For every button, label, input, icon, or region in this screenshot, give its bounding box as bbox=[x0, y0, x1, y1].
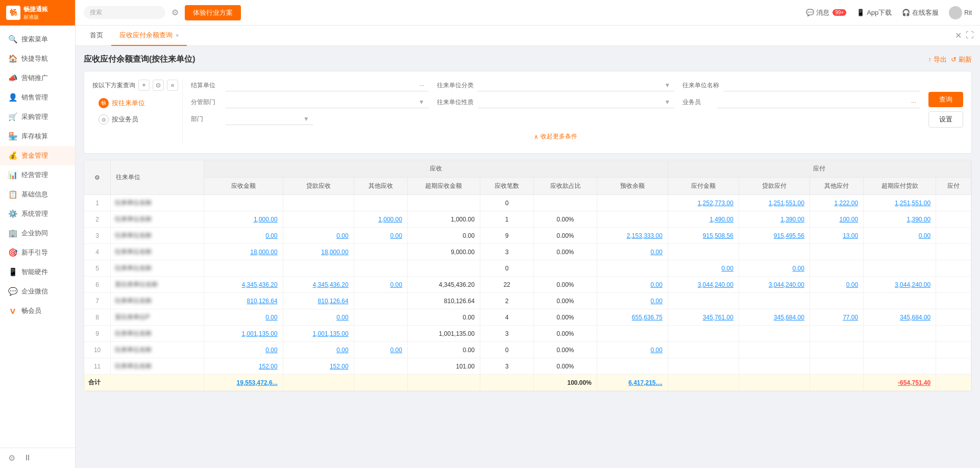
total-prepay[interactable]: 6,417,215.... bbox=[597, 375, 668, 391]
refresh-icon: ↺ bbox=[951, 56, 957, 63]
settings-button[interactable]: 设置 bbox=[928, 111, 963, 128]
query-button[interactable]: 查询 bbox=[928, 92, 963, 107]
filter-row-2: 分管部门 ▼ 往来单位性质 ▼ bbox=[191, 96, 920, 108]
sidebar-label-wechat: 企业微信 bbox=[21, 287, 48, 296]
sidebar-collapse-icon[interactable]: ⏸ bbox=[23, 453, 32, 463]
table-row: 10往来单位名称0.000.000.000.0000.00%0.00 bbox=[84, 342, 971, 358]
filter-settings-btn[interactable]: ⊙ bbox=[153, 80, 164, 91]
sidebar-item-beginner[interactable]: 🎯 新手引导 bbox=[0, 243, 75, 262]
export-button[interactable]: ↑ 导出 bbox=[928, 55, 947, 64]
header-message[interactable]: 💬 消息 99+ bbox=[806, 8, 846, 17]
user-avatar bbox=[949, 6, 962, 19]
department-select[interactable]: ▼ bbox=[226, 113, 313, 125]
tab-maximize-icon[interactable]: ⛶ bbox=[966, 31, 974, 40]
sidebar-item-smarthw[interactable]: 📱 智能硬件 bbox=[0, 262, 75, 282]
sidebar-label-beginner: 新手引导 bbox=[21, 248, 48, 257]
dept-arrow: ▼ bbox=[419, 98, 425, 106]
table-row: 8某往来单位P0.000.000.0040.00%655,636.75345,7… bbox=[84, 309, 971, 326]
header-right: 💬 消息 99+ 📱 App下载 🎧 在线客服 Rit bbox=[806, 6, 972, 19]
filter-nav-by-entity[interactable]: 畅 按往来单位 bbox=[92, 95, 178, 111]
sidebar-label-system: 系统管理 bbox=[21, 209, 48, 218]
header-app-download[interactable]: 📱 App下载 bbox=[856, 8, 892, 17]
th-ap-other: 其他应付 bbox=[810, 178, 863, 195]
entity-name-label: 往来单位名称 bbox=[682, 81, 719, 90]
sidebar-item-search[interactable]: 🔍 搜索菜单 bbox=[0, 30, 75, 49]
header-user[interactable]: Rit bbox=[949, 6, 972, 19]
sidebar: 畅 畅捷通账 标准版 🔍 搜索菜单 🏠 快捷导航 📣 营销推广 👤 销售管理 🛒… bbox=[0, 0, 76, 468]
logo-title: 畅捷通账 bbox=[23, 5, 48, 14]
tab-home[interactable]: 首页 bbox=[82, 26, 111, 46]
sidebar-item-inventory[interactable]: 🏪 库存核算 bbox=[0, 127, 75, 146]
th-ap-extra: 应付 bbox=[936, 178, 971, 195]
sidebar-item-basic[interactable]: 📋 基础信息 bbox=[0, 185, 75, 204]
service-icon: 🎧 bbox=[902, 9, 910, 16]
sidebar-item-sales[interactable]: 👤 销售管理 bbox=[0, 88, 75, 107]
salesperson-input[interactable]: ··· bbox=[717, 96, 920, 108]
department-label: 部门 bbox=[191, 115, 222, 124]
entity-category-arrow: ▼ bbox=[664, 82, 670, 89]
th-prepay: 预收余额 bbox=[597, 178, 668, 195]
sidebar-label-marketing: 营销推广 bbox=[21, 73, 48, 83]
total-ap-total[interactable]: -654,751.40 bbox=[864, 375, 936, 391]
nature-label: 往来单位性质 bbox=[437, 98, 474, 107]
logo-subtitle: 标准版 bbox=[23, 14, 48, 21]
sidebar-label-member: 畅会员 bbox=[21, 306, 41, 315]
nature-select[interactable]: ▼ bbox=[478, 96, 675, 108]
enterprise-icon: 🏢 bbox=[8, 229, 17, 238]
th-ap-overdue: 超期应付货款 bbox=[864, 178, 936, 195]
total-ar-other bbox=[354, 375, 407, 391]
header-online-service[interactable]: 🎧 在线客服 bbox=[902, 8, 939, 17]
sidebar-item-quicknav[interactable]: 🏠 快捷导航 bbox=[0, 49, 75, 68]
tab-close-window-icon[interactable]: ✕ bbox=[955, 31, 962, 40]
wechat-icon: 💬 bbox=[8, 287, 17, 296]
table-row: 2往来单位名称1,000.001,000.001,000.0010.00%1,4… bbox=[84, 211, 971, 228]
tab-arbalance[interactable]: 应收应付余额查询 × bbox=[111, 26, 187, 46]
sidebar-logo: 畅 畅捷通账 标准版 bbox=[0, 0, 75, 26]
search-icon: 🔍 bbox=[8, 35, 17, 44]
filter-add-btn[interactable]: + bbox=[138, 80, 150, 91]
entity-category-select[interactable]: ▼ bbox=[478, 80, 675, 91]
app-icon: 📱 bbox=[856, 9, 865, 16]
table-settings-header[interactable]: ⚙ bbox=[84, 160, 111, 195]
sidebar-item-marketing[interactable]: 📣 营销推广 bbox=[0, 68, 75, 88]
sidebar-item-wechat[interactable]: 💬 企业微信 bbox=[0, 282, 75, 301]
sidebar-item-enterprise[interactable]: 🏢 企业协同 bbox=[0, 224, 75, 243]
sidebar-label-quicknav: 快捷导航 bbox=[21, 54, 48, 63]
tab-close-icon[interactable]: × bbox=[176, 32, 179, 38]
settlement-input[interactable]: ··· bbox=[226, 80, 429, 91]
table-row: 6某往来单位名称4,345,436.204,345,436.200.004,34… bbox=[84, 277, 971, 293]
operation-icon: 📊 bbox=[8, 170, 17, 180]
entity-nav-label: 按往来单位 bbox=[112, 98, 145, 108]
sidebar-item-system[interactable]: ⚙️ 系统管理 bbox=[0, 204, 75, 224]
filter-nav-by-staff[interactable]: ⊙ 按业务员 bbox=[92, 111, 178, 128]
sidebar-item-member[interactable]: V 畅会员 bbox=[0, 301, 75, 321]
sidebar-item-finance[interactable]: 💰 资金管理 bbox=[0, 146, 75, 165]
tab-arbalance-label: 应收应付余额查询 bbox=[119, 31, 173, 40]
dept-select[interactable]: ▼ bbox=[226, 96, 429, 108]
table-row: 7往来单位名称810,126.64810,126.64810,126.6420.… bbox=[84, 293, 971, 309]
page-header: 应收应付余额查询(按往来单位) ↑ 导出 ↺ 刷新 bbox=[84, 54, 972, 65]
data-table-container: ⚙ 往来单位 应收 应付 应收金额 贷款应收 其他应收 超期应收金额 应收笔数 … bbox=[84, 160, 972, 391]
header-gear-icon[interactable]: ⚙ bbox=[172, 8, 179, 17]
total-ar-amount[interactable]: 19,553,472,6... bbox=[204, 375, 283, 391]
filter-panel: 按以下方案查询 + ⊙ « 畅 按往来单位 ⊙ 按业务员 bbox=[84, 71, 972, 154]
sidebar-item-operation[interactable]: 📊 经营管理 bbox=[0, 165, 75, 185]
sidebar-item-purchase[interactable]: 🛒 采购管理 bbox=[0, 107, 75, 127]
app-download-label: App下载 bbox=[867, 8, 892, 17]
sidebar-settings-icon[interactable]: ⚙ bbox=[8, 453, 15, 463]
sales-icon: 👤 bbox=[8, 93, 17, 102]
table-total-row: 合计 19,553,472,6... 100.00% 6,417,215....… bbox=[84, 375, 971, 391]
refresh-button[interactable]: ↺ 刷新 bbox=[951, 55, 972, 64]
th-ar-loan: 贷款应收 bbox=[283, 178, 354, 195]
marketing-icon: 📣 bbox=[8, 73, 17, 83]
filter-collapse-row[interactable]: ∧ 收起更多条件 bbox=[191, 128, 920, 145]
solution-button[interactable]: 体验行业方案 bbox=[185, 5, 241, 20]
refresh-label: 刷新 bbox=[959, 55, 972, 64]
entity-name-input[interactable] bbox=[723, 80, 920, 91]
table-row: 1往来单位名称01,252,773.001,251,551.001,222.00… bbox=[84, 195, 971, 211]
header-search-box: 搜索 bbox=[84, 6, 165, 19]
salesperson-dots: ··· bbox=[911, 98, 916, 106]
filter-collapse-btn[interactable]: « bbox=[167, 80, 178, 91]
sidebar-label-inventory: 库存核算 bbox=[21, 132, 48, 141]
total-ap-loan bbox=[739, 375, 810, 391]
